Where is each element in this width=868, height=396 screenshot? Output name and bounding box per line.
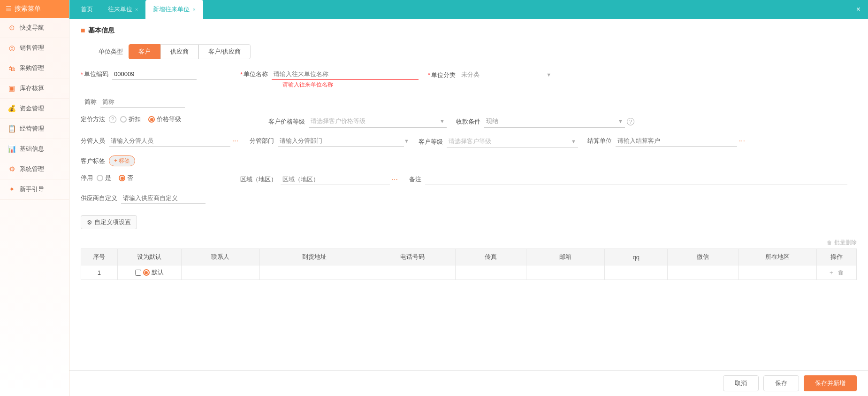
basic-icon: 📊 — [8, 145, 16, 153]
save-new-button[interactable]: 保存并新增 — [804, 375, 857, 391]
manager-field: 分管人员 ··· — [81, 135, 240, 147]
qq-input[interactable] — [622, 269, 650, 276]
sidebar-item-purchase[interactable]: 🛍 采购管理 — [0, 58, 69, 78]
pricing-level-radio — [148, 116, 155, 123]
cell-phone — [369, 265, 456, 280]
department-field: 分管部门 ▼ — [250, 135, 409, 147]
purchase-icon: 🛍 — [8, 64, 16, 72]
sidebar-item-guide[interactable]: ✦ 新手引导 — [0, 179, 69, 200]
region-label: 区域（地区） — [240, 175, 277, 184]
manager-input[interactable] — [109, 135, 230, 147]
btn-both[interactable]: 客户/供应商 — [198, 44, 251, 59]
payment-terms-value: 现结 — [486, 117, 618, 125]
disabled-yes-radio — [97, 175, 103, 181]
pricing-help-icon[interactable]: ? — [109, 116, 116, 123]
email-input[interactable] — [547, 269, 584, 276]
custom-settings-label: 自定义项设置 — [94, 218, 131, 226]
department-input[interactable] — [278, 135, 404, 147]
unit-category-field: * 单位分类 未分类 ▼ — [428, 69, 592, 81]
window-close-button[interactable]: × — [853, 5, 864, 14]
pricing-discount-option[interactable]: 折扣 — [120, 115, 141, 124]
remark-input[interactable] — [425, 174, 847, 185]
settlement-more-icon[interactable]: ··· — [737, 137, 747, 145]
pricing-field: 定价方法 ? 折扣 价格等级 — [81, 115, 259, 124]
chevron-down-icon: ▼ — [546, 72, 551, 78]
unit-name-required: * — [240, 71, 243, 78]
unit-category-select[interactable]: 未分类 ▼ — [459, 69, 553, 81]
save-button[interactable]: 保存 — [763, 375, 799, 391]
payment-terms-select[interactable]: 现结 ▼ — [484, 115, 625, 128]
contacts-table: 序号 设为默认 联系人 到货地址 电话号码 传真 邮箱 qq 微信 所在地区 操… — [81, 248, 857, 280]
row-checkbox[interactable] — [135, 270, 141, 276]
sidebar-item-label: 资金管理 — [20, 104, 44, 113]
cell-wechat — [668, 265, 739, 280]
wechat-input[interactable] — [686, 269, 719, 276]
pricing-level-option[interactable]: 价格等级 — [148, 115, 181, 124]
sidebar-item-operation[interactable]: 📋 经营管理 — [0, 119, 69, 139]
search-menu[interactable]: ☰ 搜索菜单 — [0, 0, 69, 18]
tab-partners-close[interactable]: × — [135, 7, 138, 12]
tab-add-partner[interactable]: 新增往来单位 × — [145, 0, 203, 19]
sidebar-item-inventory[interactable]: ▣ 库存核算 — [0, 78, 69, 99]
customer-level-select[interactable]: 请选择客户等级 ▼ — [447, 135, 578, 148]
unit-category-value: 未分类 — [461, 70, 546, 79]
unit-type-label: 单位类型 — [81, 47, 123, 56]
tag-label: 客户标签 — [81, 157, 105, 165]
address-input[interactable] — [286, 269, 343, 276]
short-name-label: 简称 — [84, 98, 97, 106]
settlement-input[interactable] — [616, 135, 737, 147]
disabled-no-option[interactable]: 否 — [119, 174, 133, 182]
finance-icon: 💰 — [8, 104, 16, 113]
tab-partners[interactable]: 往来单位 × — [100, 0, 145, 19]
short-name-input[interactable] — [100, 96, 185, 108]
department-arrow-icon: ▼ — [404, 138, 409, 144]
supplier-custom-input[interactable] — [121, 193, 206, 204]
payment-help-icon[interactable]: ? — [627, 118, 634, 125]
cell-email — [526, 265, 604, 280]
unit-name-input[interactable] — [272, 69, 419, 80]
cell-fax — [456, 265, 526, 280]
region-input[interactable] — [281, 174, 390, 185]
contact-input[interactable] — [202, 269, 239, 276]
unit-name-error: 请输入往来单位名称 — [282, 81, 333, 89]
btn-supplier[interactable]: 供应商 — [160, 44, 198, 59]
default-radio-item[interactable]: 默认 — [143, 268, 164, 277]
add-row-icon[interactable]: + — [830, 269, 833, 276]
trash-icon: 🗑 — [827, 240, 832, 246]
delete-row-icon[interactable]: 🗑 — [838, 269, 844, 276]
gear-icon: ⚙ — [87, 219, 92, 226]
unit-name-wrapper — [272, 69, 419, 80]
region-table-input[interactable] — [759, 269, 796, 276]
tab-add-partner-label: 新增往来单位 — [153, 5, 190, 14]
sidebar-item-sales[interactable]: ◎ 销售管理 — [0, 38, 69, 58]
customer-price-select[interactable]: 请选择客户价格等级 ▼ — [309, 115, 447, 128]
payment-terms-field: 收款条件 现结 ▼ ? — [456, 115, 634, 128]
sidebar-item-finance[interactable]: 💰 资金管理 — [0, 99, 69, 119]
cancel-button[interactable]: 取消 — [723, 375, 759, 391]
section-title: ■ 基本信息 — [81, 26, 857, 35]
settlement-label: 结算单位 — [587, 137, 612, 145]
unit-code-input[interactable] — [112, 69, 197, 80]
btn-customer[interactable]: 客户 — [129, 44, 160, 59]
sidebar-item-system[interactable]: ⚙ 系统管理 — [0, 159, 69, 179]
tab-add-partner-close[interactable]: × — [192, 7, 195, 12]
disabled-field: 停用 是 否 — [81, 174, 231, 182]
search-menu-label: 搜索菜单 — [15, 5, 41, 13]
disabled-yes-label: 是 — [105, 174, 111, 182]
sidebar-item-quick-nav[interactable]: ⊙ 快捷导航 — [0, 18, 69, 38]
customer-price-placeholder: 请选择客户价格等级 — [311, 117, 440, 125]
default-radio — [143, 269, 150, 276]
sidebar-item-basic[interactable]: 📊 基础信息 — [0, 139, 69, 159]
add-tag-button[interactable]: + 标签 — [109, 155, 135, 166]
unit-category-label: 单位分类 — [431, 71, 456, 79]
region-more-icon[interactable]: ··· — [390, 175, 400, 184]
tab-home[interactable]: 首页 — [73, 0, 100, 19]
custom-settings-button[interactable]: ⚙ 自定义项设置 — [81, 215, 137, 229]
disabled-yes-option[interactable]: 是 — [97, 174, 111, 182]
fax-input[interactable] — [474, 269, 507, 276]
tab-bar: 首页 往来单位 × 新增往来单位 × × — [69, 0, 868, 19]
phone-input[interactable] — [391, 269, 434, 276]
batch-delete-row: 🗑 批量删除 — [81, 239, 857, 247]
manager-more-icon[interactable]: ··· — [230, 137, 240, 145]
search-icon: ☰ — [6, 5, 12, 13]
